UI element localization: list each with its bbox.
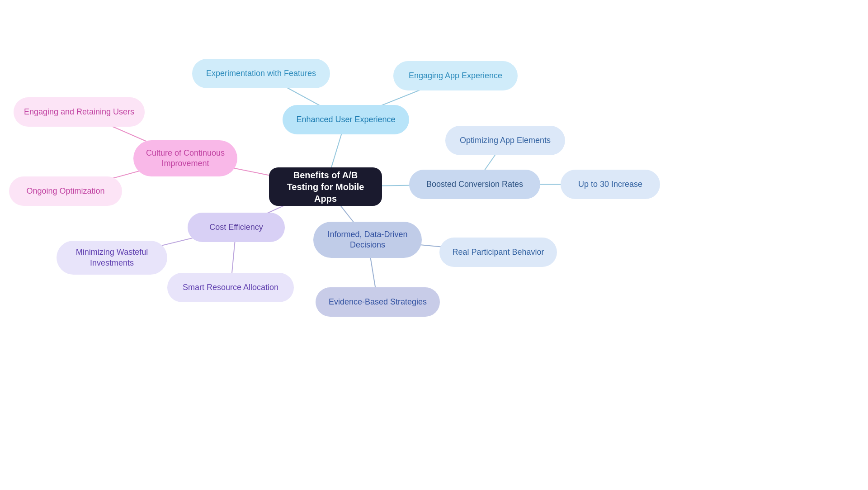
enhanced-ux-node: Enhanced User Experience — [283, 105, 409, 134]
smart-resource-node: Smart Resource Allocation — [167, 273, 294, 302]
boosted-conversion-node: Boosted Conversion Rates — [409, 170, 540, 199]
ongoing-optimization-node: Ongoing Optimization — [9, 176, 122, 206]
engaging-retaining-node: Engaging and Retaining Users — [14, 97, 145, 127]
real-participant-node: Real Participant Behavior — [439, 238, 557, 267]
experimentation-node: Experimentation with Features — [192, 59, 330, 88]
minimizing-node: Minimizing WastefulInvestments — [57, 241, 167, 275]
cost-efficiency-node: Cost Efficiency — [188, 213, 285, 242]
evidence-node: Evidence-Based Strategies — [316, 287, 440, 317]
center-node: Benefits of A/B Testing for Mobile Apps — [269, 167, 382, 206]
up30-node: Up to 30 Increase — [561, 170, 660, 199]
data-driven-node: Informed, Data-DrivenDecisions — [313, 222, 422, 258]
engaging-app-node: Engaging App Experience — [393, 61, 518, 90]
optimizing-node: Optimizing App Elements — [445, 126, 565, 155]
culture-node: Culture of ContinuousImprovement — [133, 140, 237, 176]
